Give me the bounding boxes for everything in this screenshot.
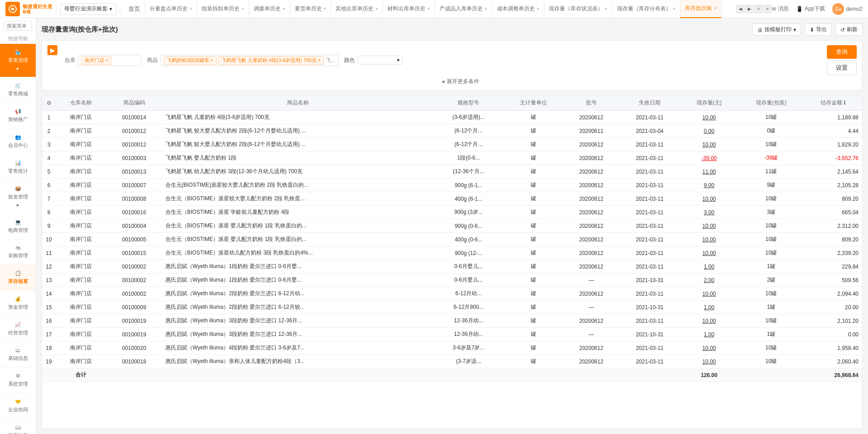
sidebar-item-marketing[interactable]: 📢 营销推广 — [0, 103, 36, 129]
remove-product-1-icon[interactable]: × — [317, 57, 320, 63]
refresh-btn[interactable]: ↺ 刷新 — [835, 24, 863, 36]
remove-warehouse-icon[interactable]: × — [105, 57, 108, 63]
top-tab-8[interactable]: 现存量（库存状况表） × — [544, 0, 613, 18]
sidebar-item-ecommerce[interactable]: 💻 电商管理 — [0, 214, 36, 240]
top-tab-5[interactable]: 材料出库单历史 × — [383, 0, 435, 18]
top-tab-0[interactable]: 分量盘点单历史 × — [145, 0, 197, 18]
remove-product-0-icon[interactable]: × — [210, 57, 213, 63]
sidebar-item-finance[interactable]: 💰 资金管理 — [0, 291, 36, 316]
row-qty-main[interactable]: 10.00 — [680, 246, 738, 260]
message-btn[interactable]: ✉ 消息 — [772, 5, 789, 13]
top-tab-7[interactable]: 成本调整单历史 × — [492, 0, 544, 18]
top-tab-2[interactable]: 调拨单历史 × — [249, 0, 290, 18]
close-icon[interactable]: × — [283, 6, 285, 11]
app-download-btn[interactable]: 📱 App下载 — [796, 5, 825, 13]
settings-btn[interactable]: 设置 — [827, 61, 857, 75]
row-qty-main[interactable]: 10.00 — [680, 355, 738, 368]
row-qty-main[interactable]: 10.00 — [680, 138, 738, 151]
sidebar-item-stats[interactable]: 📊 零售统计 — [0, 155, 36, 180]
top-tab-10[interactable]: 库存批次账 × — [680, 0, 722, 18]
row-qty-main[interactable]: 1.00 — [680, 328, 738, 341]
sidebar-item-basic[interactable]: 🗂 基础信息 — [0, 342, 36, 368]
product-more[interactable]: 飞... — [326, 57, 335, 64]
sidebar-item-guide[interactable]: 📖 新手引导 — [0, 419, 36, 434]
tab-prev-btn[interactable]: ◀ — [736, 5, 745, 13]
sidebar-item-member[interactable]: 👥 会员中心 — [0, 129, 36, 155]
row-qty-main[interactable]: 9.00 — [680, 179, 738, 192]
row-qty-main[interactable]: 0.00 — [680, 124, 738, 138]
sidebar-item-system[interactable]: ⚙ 系统管理 — [0, 368, 36, 393]
purchase-icon: 🛍 — [15, 245, 20, 250]
row-qty-pkg: 10罐 — [738, 341, 805, 355]
row-name: 飞鹤星飞帆 婴儿配方奶粉 1段 — [162, 151, 434, 165]
close-icon[interactable]: × — [427, 6, 430, 11]
row-qty-main[interactable]: 10.00 — [680, 341, 738, 355]
close-icon[interactable]: × — [605, 6, 608, 11]
row-num: 4 — [42, 151, 56, 165]
color-input[interactable]: ▾ — [358, 56, 403, 65]
row-qty-main[interactable]: 3.00 — [680, 206, 738, 219]
col-settings[interactable]: ⚙ — [42, 95, 56, 111]
row-qty-pkg: 3罐 — [738, 206, 805, 219]
row-qty-main[interactable]: -39.00 — [680, 151, 738, 165]
top-tab-9[interactable]: 现存量（库存分布表） × — [613, 0, 681, 18]
product-tag-group[interactable]: 飞鹤奶粉3段四罐装 × 飞鹤星飞帆 儿童奶粉 4段(3-6岁适用) 700克 ×… — [160, 55, 339, 66]
filter-toggle-btn[interactable]: ▶ — [47, 45, 57, 55]
sidebar-item-mall[interactable]: 🛒 零售商城 — [0, 77, 36, 103]
sidebar-item-wholesale[interactable]: 📦 批发管理 ▸ — [0, 180, 36, 214]
product-tag-1[interactable]: 飞鹤星飞帆 儿童奶粉 4段(3-6岁适用) 700克 × — [218, 56, 324, 65]
top-tab-6[interactable]: 产成品入库单历史 × — [435, 0, 492, 18]
row-spec: 900g (0-6... — [434, 219, 504, 233]
row-qty-main[interactable]: 11.00 — [680, 165, 738, 179]
row-code: 00100004 — [107, 219, 162, 233]
tab-close-btn[interactable]: × — [755, 5, 763, 13]
expand-filter-btn[interactable]: ▾ 展开更多条件 — [442, 78, 479, 85]
sidebar-item-operation[interactable]: 📈 经营管理 — [0, 316, 36, 342]
row-qty-main[interactable]: 10.00 — [680, 111, 738, 124]
row-code: 00100016 — [107, 206, 162, 219]
tab-next-btn[interactable]: ▶ — [745, 5, 754, 13]
user-avatar[interactable]: Ea demo2 — [832, 3, 863, 15]
row-qty-main[interactable]: 10.00 — [680, 287, 738, 301]
top-tab-1[interactable]: 组装拆卸单历史 × — [197, 0, 249, 18]
query-btn[interactable]: 查询 — [827, 45, 857, 59]
row-batch: 20200612 — [564, 246, 619, 260]
close-icon[interactable]: × — [714, 6, 717, 11]
sidebar-item-collab[interactable]: 🤝 企业协同 — [0, 393, 36, 419]
row-qty-main[interactable]: 2.00 — [680, 274, 738, 287]
row-qty-main[interactable]: 10.00 — [680, 192, 738, 206]
close-icon[interactable]: × — [537, 6, 539, 11]
close-icon[interactable]: × — [375, 6, 378, 11]
template-print-btn[interactable]: 🖨 按模板打印 ▾ — [752, 24, 801, 36]
industry-selector[interactable]: 母婴行业演示账套 ▾ — [60, 3, 116, 15]
system-icon: ⚙ — [16, 373, 20, 379]
export-btn[interactable]: ⬇ 导出 — [805, 24, 832, 36]
close-icon[interactable]: × — [673, 6, 676, 11]
top-tab-3[interactable]: 要货单历史 × — [290, 0, 331, 18]
row-num: 2 — [42, 124, 56, 138]
row-qty-main[interactable]: 10.00 — [680, 233, 738, 246]
row-unit: 罐 — [503, 355, 564, 368]
sidebar-item-purchase[interactable]: 🛍 采购管理 — [0, 240, 36, 265]
row-qty-main[interactable]: 10.00 — [680, 219, 738, 233]
table-row: 10南岸门店00100005合生元（BIOSTIME）派星 婴儿配方奶粉 1段 … — [42, 233, 862, 246]
top-tab-4[interactable]: 其他出库单历史 × — [331, 0, 383, 18]
close-icon[interactable]: × — [485, 6, 487, 11]
close-icon[interactable]: × — [241, 6, 244, 11]
row-qty-main[interactable]: 1.00 — [680, 301, 738, 314]
warehouse-tag-0[interactable]: 南岸门店 × — [81, 56, 111, 65]
col-code: 商品编码 — [107, 95, 162, 111]
sidebar-item-inventory[interactable]: 📋 库存核算 — [0, 265, 36, 291]
expand-icon: ▾ — [442, 79, 445, 85]
close-icon[interactable]: × — [324, 6, 326, 11]
warehouse-tag-group[interactable]: 南岸门店 × — [78, 55, 142, 66]
sidebar-item-retail[interactable]: 🏪 零售管理 ▸ — [0, 44, 36, 77]
row-qty-main[interactable]: 10.00 — [680, 314, 738, 328]
row-qty-main[interactable]: 1.00 — [680, 260, 738, 274]
row-amount: 2,312.00 — [805, 219, 862, 233]
product-tag-0[interactable]: 飞鹤奶粉3段四罐装 × — [164, 56, 217, 65]
close-icon[interactable]: × — [189, 6, 192, 11]
search-input[interactable] — [4, 21, 32, 31]
tab-home[interactable]: 首页 — [124, 0, 145, 18]
tab-menu-btn[interactable]: ≡ — [764, 5, 772, 13]
